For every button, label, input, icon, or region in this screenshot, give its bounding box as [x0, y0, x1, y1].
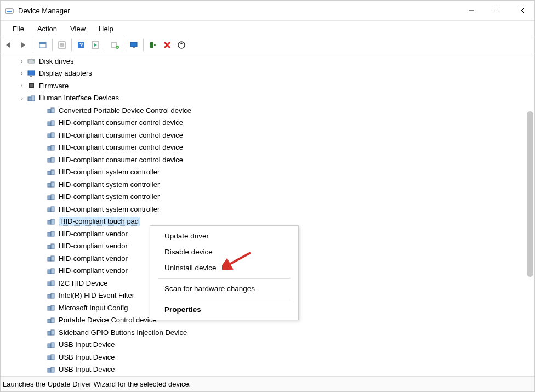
- tree-device[interactable]: HID-compliant consumer control device: [6, 141, 534, 154]
- svg-rect-42: [48, 134, 51, 138]
- menu-action[interactable]: Action: [31, 22, 64, 35]
- svg-marker-8: [21, 42, 25, 48]
- ctx-disable-device[interactable]: Disable device: [150, 244, 298, 260]
- menu-file[interactable]: File: [6, 22, 31, 35]
- tree-category[interactable]: ›Firmware: [6, 79, 534, 92]
- tree-label: HID-compliant system controller: [59, 168, 160, 176]
- svg-rect-64: [48, 270, 51, 274]
- tree-label: Sideband GPIO Buttons Injection Device: [59, 328, 187, 337]
- svg-rect-37: [31, 96, 35, 101]
- svg-rect-39: [51, 108, 54, 113]
- ctx-scan[interactable]: Scan for hardware changes: [150, 281, 298, 297]
- tree-device[interactable]: Sideband GPIO Buttons Injection Device: [6, 326, 534, 339]
- svg-rect-1: [7, 10, 12, 10]
- svg-rect-48: [48, 171, 51, 175]
- expander-icon[interactable]: ›: [18, 82, 26, 89]
- svg-rect-73: [51, 318, 54, 323]
- tree-device[interactable]: HID-compliant system controller: [6, 166, 534, 179]
- tree-device[interactable]: USB Input Device: [6, 363, 534, 376]
- minimize-button[interactable]: [459, 1, 484, 20]
- expander-icon[interactable]: ›: [18, 57, 26, 65]
- ctx-uninstall[interactable]: Uninstall device: [150, 260, 298, 276]
- svg-rect-61: [51, 244, 54, 249]
- toggle-button[interactable]: [89, 38, 102, 52]
- tree-device[interactable]: HID-compliant consumer control device: [6, 129, 534, 141]
- device-tree[interactable]: ›Disk drives›Display adapters›Firmware⌄H…: [1, 54, 534, 376]
- scan-button[interactable]: [175, 38, 188, 52]
- tree-label: HID-compliant touch pad: [59, 217, 140, 226]
- forward-button[interactable]: [17, 38, 30, 52]
- close-button[interactable]: [509, 1, 534, 20]
- help-button[interactable]: ?: [75, 38, 88, 52]
- svg-rect-46: [48, 158, 51, 162]
- tree-label: HID-compliant system controller: [59, 205, 160, 213]
- tree-label: HID-compliant system controller: [59, 192, 160, 201]
- tree-device[interactable]: HID-compliant system controller: [6, 203, 534, 215]
- svg-rect-4: [494, 8, 499, 13]
- tree-label: Intel(R) HID Event Filter: [59, 291, 134, 299]
- ctx-update-driver[interactable]: Update driver: [150, 228, 298, 244]
- tree-device[interactable]: HID-compliant system controller: [6, 191, 534, 203]
- window-title: Device Manager: [18, 7, 70, 15]
- expander-icon[interactable]: ›: [18, 70, 26, 77]
- hid-icon: [47, 316, 55, 325]
- uninstall-button[interactable]: [161, 38, 174, 52]
- status-bar: Launches the Update Driver Wizard for th…: [1, 376, 534, 391]
- svg-rect-67: [51, 281, 54, 286]
- hid-icon: [47, 180, 55, 189]
- tree-label: Firmware: [39, 82, 69, 90]
- properties-button[interactable]: [55, 38, 69, 52]
- hid-icon: [47, 106, 55, 115]
- back-button[interactable]: [3, 38, 16, 52]
- svg-rect-52: [48, 196, 51, 200]
- tree-label: HID-compliant consumer control device: [59, 131, 183, 139]
- tree-device[interactable]: Converted Portable Device Control device: [6, 104, 534, 117]
- hid-icon: [47, 353, 55, 361]
- show-hidden-button[interactable]: [36, 38, 49, 52]
- svg-rect-79: [51, 355, 54, 360]
- ctx-properties[interactable]: Properties: [150, 302, 298, 317]
- svg-rect-70: [48, 306, 51, 310]
- scrollbar[interactable]: [527, 111, 533, 277]
- svg-marker-25: [154, 44, 156, 46]
- maximize-button[interactable]: [484, 1, 509, 20]
- svg-rect-2: [7, 11, 12, 12]
- tree-label: HID-compliant consumer control device: [59, 118, 183, 127]
- tree-label: I2C HID Device: [59, 279, 108, 287]
- tree-device[interactable]: HID-compliant consumer control device: [6, 154, 534, 166]
- tree-category[interactable]: ›Display adapters: [6, 67, 534, 80]
- enable-button[interactable]: [146, 38, 160, 52]
- svg-rect-56: [48, 220, 51, 224]
- svg-rect-22: [130, 42, 137, 47]
- svg-rect-80: [48, 368, 51, 372]
- title-bar: Device Manager: [1, 1, 534, 20]
- svg-rect-50: [48, 183, 51, 187]
- tree-device[interactable]: HID-compliant consumer control device: [6, 117, 534, 129]
- tree-label: Microsoft Input Config: [59, 304, 128, 312]
- svg-marker-7: [6, 42, 10, 48]
- hid-icon: [47, 328, 55, 337]
- chip-icon: [27, 81, 36, 90]
- svg-rect-74: [48, 331, 51, 335]
- tree-device[interactable]: HID-compliant system controller: [6, 178, 534, 191]
- tree-label: Disk drives: [39, 57, 74, 65]
- svg-rect-78: [48, 356, 51, 360]
- menu-help[interactable]: Help: [92, 22, 120, 35]
- device-tree-panel: ›Disk drives›Display adapters›Firmware⌄H…: [1, 54, 534, 376]
- monitor-button[interactable]: [127, 38, 140, 52]
- svg-rect-81: [51, 367, 54, 372]
- ctx-separator: [158, 278, 291, 279]
- menu-view[interactable]: View: [64, 22, 92, 35]
- svg-rect-36: [28, 97, 31, 101]
- update-driver-button[interactable]: +: [108, 38, 121, 52]
- tree-category[interactable]: ⌄Human Interface Devices: [6, 92, 534, 105]
- tree-category[interactable]: ›Disk drives: [6, 55, 534, 67]
- svg-text:+: +: [116, 46, 118, 49]
- svg-rect-65: [51, 269, 54, 274]
- tree-device[interactable]: USB Input Device: [6, 351, 534, 363]
- expander-icon[interactable]: ⌄: [18, 94, 26, 102]
- tree-label: HID-compliant consumer control device: [59, 156, 183, 164]
- svg-rect-76: [48, 344, 51, 348]
- tree-device[interactable]: USB Input Device: [6, 339, 534, 351]
- svg-rect-59: [51, 231, 54, 236]
